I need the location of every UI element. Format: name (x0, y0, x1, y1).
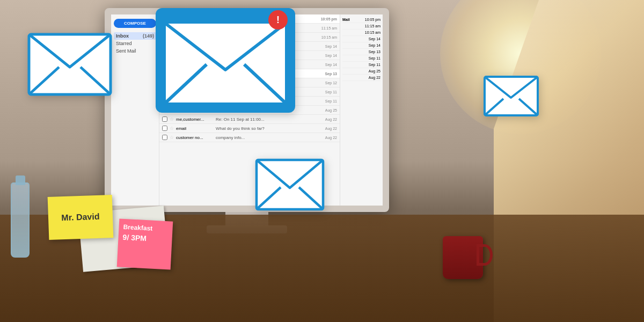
list-item: Sep 11 (342, 62, 380, 68)
sidebar-item-sent[interactable]: Sent Mail (114, 47, 156, 55)
envelope-top-left (27, 32, 113, 97)
list-item: Sep 11 (342, 55, 380, 62)
svg-text:!: ! (276, 14, 280, 25)
email-checkbox[interactable] (162, 126, 167, 131)
table-row[interactable]: ☆ me,customer... Re: On 11 Sep at 11:00.… (159, 115, 340, 124)
list-item: Mail 10:05 pm (342, 17, 380, 23)
right-panel: Mail 10:05 pm 11:15 am 10:15 am Sep 14 (340, 14, 383, 206)
email-checkbox[interactable] (162, 135, 167, 140)
list-item: Sep 14 (342, 36, 380, 42)
sticky-pink-line1: Breakfast (123, 223, 169, 233)
envelope-large-float: ! (156, 8, 295, 113)
water-bottle (11, 182, 30, 258)
star-icon[interactable]: ☆ (170, 135, 174, 140)
list-item: Sep 14 (342, 42, 380, 49)
list-item: 10:15 am (342, 30, 380, 36)
table-row[interactable]: ☆ customer no... company info... Aug 22 (159, 133, 340, 142)
envelope-mid-right (483, 75, 539, 117)
star-icon[interactable]: ☆ (170, 126, 174, 131)
email-checkbox[interactable] (162, 116, 167, 122)
sticky-note-pink: Breakfast 9/ 3PM (117, 218, 173, 269)
envelope-bottom-center (255, 158, 325, 211)
sticky-yellow-text: Mr. David (61, 212, 100, 223)
list-item: Sep 13 (342, 49, 380, 55)
sticky-pink-line2: 9/ 3PM (122, 233, 168, 244)
sidebar-item-inbox[interactable]: Inbox (149) (114, 32, 156, 40)
star-icon[interactable]: ☆ (170, 116, 174, 122)
compose-button[interactable]: COMPOSE (114, 19, 156, 28)
list-item: Aug 22 (342, 75, 380, 81)
table-row[interactable]: ☆ email What do you think so far? Aug 22 (159, 124, 340, 133)
coffee-mug (443, 236, 483, 279)
list-item: Aug 25 (342, 68, 380, 75)
gmail-sidebar: COMPOSE Inbox (149) Starred Sent Mail (111, 14, 159, 206)
list-item: 11:15 am (342, 23, 380, 30)
sidebar-item-starred[interactable]: Starred (114, 40, 156, 47)
sticky-note-yellow: Mr. David (48, 195, 114, 240)
